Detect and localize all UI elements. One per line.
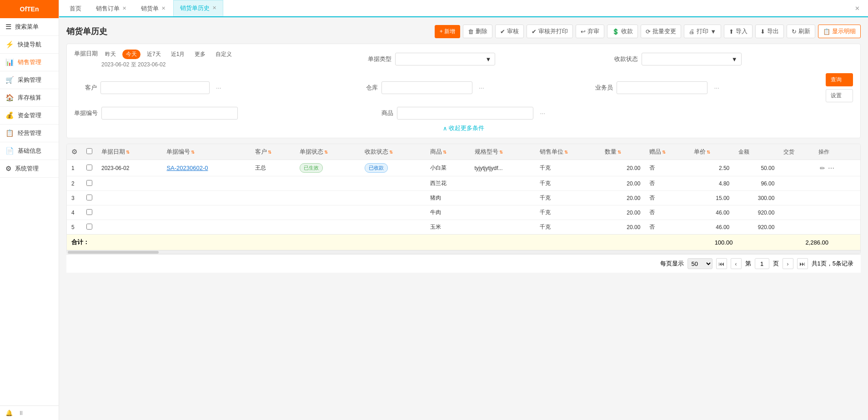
horizontal-scrollbar[interactable] (67, 250, 860, 254)
tab-home[interactable]: 首页 (63, 0, 88, 16)
abandon-button[interactable]: ↩ 弃审 (576, 25, 604, 38)
col-doc-no[interactable]: 单据编号⇅ (162, 144, 250, 160)
sidebar-bottom-icon1[interactable]: 🔔 (5, 410, 13, 416)
col-price[interactable]: 单价⇅ (689, 144, 734, 160)
cell-check[interactable] (82, 160, 97, 176)
last-page-button[interactable]: ⏭ (797, 258, 808, 269)
scrollbar-thumb[interactable] (68, 251, 159, 254)
per-page-select[interactable]: 50 100 200 (687, 258, 712, 269)
row-checkbox[interactable] (86, 224, 92, 230)
refresh-button[interactable]: ↻ 刷新 (787, 25, 815, 38)
date-pill-1month[interactable]: 近1月 (167, 50, 189, 59)
export-button[interactable]: ⬇ 导出 (755, 25, 784, 38)
row-checkbox[interactable] (86, 195, 92, 200)
row-checkbox[interactable] (86, 209, 92, 215)
delete-button[interactable]: 🗑 删除 (463, 25, 492, 38)
col-date[interactable]: 单据日期⇅ (97, 144, 162, 160)
tab-sales-goods-close[interactable]: ✕ (161, 5, 166, 11)
prev-page-button[interactable]: ‹ (731, 258, 742, 269)
sidebar-item-label: 快捷导航 (18, 40, 41, 49)
date-pill-yesterday[interactable]: 昨天 (101, 50, 120, 59)
action-edit-btn[interactable]: ✏ (818, 165, 827, 172)
staff-input[interactable] (617, 81, 707, 94)
collapse-label: 收起更多条件 (449, 124, 484, 132)
col-spec[interactable]: 规格型号⇅ (470, 144, 535, 160)
sidebar-item-purchase-mgmt[interactable]: 🛒 采购管理 (0, 71, 59, 89)
print-button[interactable]: 🖨 打印 ▼ (684, 25, 721, 38)
action-more-btn[interactable]: ⋯ (827, 165, 836, 172)
page-input[interactable] (755, 258, 769, 269)
collapse-button[interactable]: ∧ 收起更多条件 (443, 124, 484, 132)
warehouse-input[interactable] (381, 81, 472, 94)
audit-print-button[interactable]: ✔ 审核并打印 (527, 25, 573, 38)
cell-qty: 20.00 (600, 220, 645, 235)
doc-no-link[interactable]: SA-20230602-0 (166, 165, 208, 171)
tab-sales-order-label: 销售订单 (96, 5, 120, 13)
sort-qty-icon: ⇅ (617, 150, 621, 155)
pay-status-select[interactable]: ▼ (642, 53, 742, 65)
doc-type-select[interactable]: ▼ (395, 53, 495, 65)
col-qty[interactable]: 数量⇅ (600, 144, 645, 160)
sidebar-item-inventory-calc[interactable]: 🏠 库存核算 (0, 89, 59, 107)
col-check[interactable] (82, 144, 97, 160)
warehouse-picker[interactable]: ··· (476, 84, 487, 91)
cell-check[interactable] (82, 220, 97, 235)
col-doc-status[interactable]: 单据状态⇅ (295, 144, 360, 160)
goods-picker[interactable]: ··· (537, 110, 548, 117)
sidebar-item-basic-info[interactable]: 📄 基础信息 (0, 142, 59, 160)
cell-check[interactable] (82, 176, 97, 191)
col-gift[interactable]: 赠品⇅ (645, 144, 689, 160)
staff-picker[interactable]: ··· (711, 84, 722, 91)
query-button[interactable]: 查询 (826, 73, 853, 86)
import-button[interactable]: ⬆ 导入 (724, 25, 753, 38)
gear-icon[interactable]: ⚙ (71, 148, 77, 155)
cell-doc-status (295, 205, 360, 220)
col-gear[interactable]: ⚙ (67, 144, 82, 160)
date-pill-more[interactable]: 更多 (191, 50, 209, 59)
tab-sales-order-close[interactable]: ✕ (122, 5, 126, 11)
batch-change-button[interactable]: ⟳ 批量变更 (641, 25, 681, 38)
col-amount: 金额 (734, 144, 779, 160)
col-goods[interactable]: 商品⇅ (426, 144, 470, 160)
cell-customer (251, 191, 295, 205)
show-detail-button[interactable]: 📋 显示明细 (818, 25, 861, 38)
select-all-checkbox[interactable] (86, 148, 92, 154)
sidebar-item-label: 系统管理 (15, 165, 39, 173)
customer-picker[interactable]: ··· (213, 84, 224, 91)
row-checkbox[interactable] (86, 180, 92, 186)
date-pill-today[interactable]: 今天 (122, 50, 140, 59)
sidebar-item-fund-mgmt[interactable]: 💰 资金管理 (0, 107, 59, 125)
settings-button[interactable]: 设置 (826, 89, 853, 102)
cell-check[interactable] (82, 205, 97, 220)
tab-sales-history[interactable]: 销货单历史 ✕ (173, 0, 223, 16)
tab-bar-close-all[interactable]: ✕ (850, 5, 864, 12)
collect-button[interactable]: 💲 收款 (607, 25, 638, 38)
date-pill-custom[interactable]: 自定义 (212, 50, 236, 59)
sidebar-bottom-icon2[interactable]: ⏸ (18, 410, 24, 416)
col-customer[interactable]: 客户⇅ (251, 144, 295, 160)
cell-price: 4.80 (689, 176, 734, 191)
cell-action: ✏⋯ (814, 160, 860, 176)
customer-input[interactable] (100, 81, 210, 94)
new-button[interactable]: + 新增 (435, 25, 460, 38)
audit-button[interactable]: ✔ 审核 (495, 25, 524, 38)
tab-sales-order[interactable]: 销售订单 ✕ (89, 0, 133, 16)
table-row: 1 2023-06-02 SA-20230602-0 王总 已生效 已收款 小白… (67, 160, 860, 176)
col-pay-status[interactable]: 收款状态⇅ (360, 144, 425, 160)
date-pill-7days[interactable]: 近7天 (143, 50, 165, 59)
sidebar-item-quick-nav[interactable]: ⚡ 快捷导航 (0, 36, 59, 54)
tab-sales-history-close[interactable]: ✕ (212, 5, 216, 11)
first-page-button[interactable]: ⏮ (716, 258, 727, 269)
sidebar-item-ops-mgmt[interactable]: 📋 经营管理 (0, 125, 59, 142)
cell-check[interactable] (82, 191, 97, 205)
col-trade: 交货 (779, 144, 814, 160)
tab-sales-goods[interactable]: 销货单 ✕ (134, 0, 172, 16)
sidebar-item-search-menu[interactable]: ☰ 搜索菜单 (0, 18, 59, 36)
row-checkbox[interactable] (86, 165, 92, 170)
doc-no-input[interactable] (101, 107, 238, 120)
sidebar-item-sys-mgmt[interactable]: ⚙ 系统管理 (0, 160, 59, 178)
sidebar-item-sales-mgmt[interactable]: 📊 销售管理 (0, 54, 59, 71)
col-unit[interactable]: 销售单位⇅ (535, 144, 600, 160)
next-page-button[interactable]: › (783, 258, 793, 269)
goods-input[interactable] (397, 107, 533, 120)
